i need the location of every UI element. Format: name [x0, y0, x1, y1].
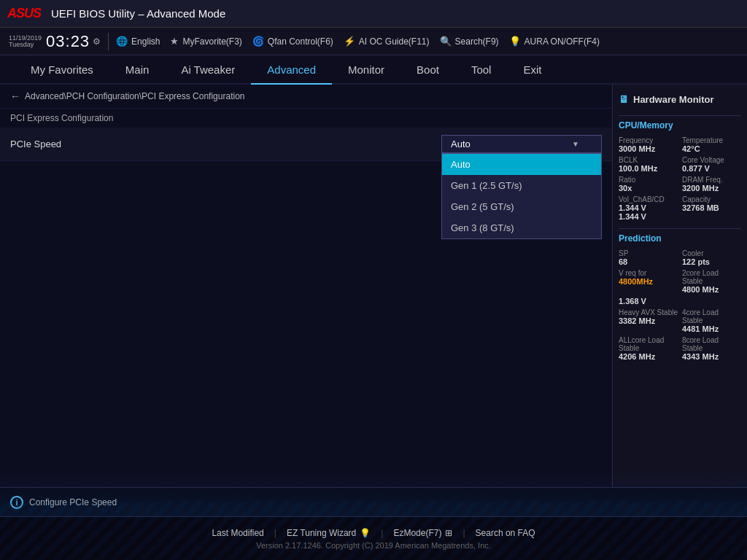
tab-main[interactable]: Main	[109, 55, 166, 85]
info-divider	[108, 33, 109, 50]
panel-divider-2	[619, 228, 741, 229]
allcore-load-stat: ALLcore Load Stable 4206 MHz	[619, 336, 678, 361]
dram-freq-value: 3200 MHz	[682, 184, 741, 192]
breadcrumb: ← Advanced\PCH Configuration\PCI Express…	[0, 85, 612, 109]
frequency-value: 3000 MHz	[619, 144, 678, 153]
footer-last-modified[interactable]: Last Modified	[201, 528, 274, 538]
settings-gear-icon[interactable]: ⚙	[93, 36, 101, 47]
back-arrow-icon[interactable]: ←	[10, 90, 20, 102]
8core-load-value: 4343 MHz	[682, 352, 741, 361]
temperature-label: Temperature	[682, 136, 741, 144]
myfavorite-label: MyFavorite(F3)	[182, 36, 241, 47]
panel-title: 🖥 Hardware Monitor	[619, 90, 741, 111]
footer-links: Last Modified | EZ Tuning Wizard 💡 | EzM…	[201, 528, 545, 538]
search-btn[interactable]: 🔍 Search(F9)	[440, 36, 499, 47]
bios-title: UEFI BIOS Utility – Advanced Mode	[51, 7, 740, 20]
vol-chab-value: 1.344 V1.344 V	[619, 203, 678, 221]
nav-tabs: My Favorites Main Ai Tweaker Advanced Mo…	[0, 55, 747, 85]
status-bar: i Configure PCIe Speed	[0, 487, 747, 516]
header-bar: ASUS UEFI BIOS Utility – Advanced Mode	[0, 0, 747, 28]
tab-advanced[interactable]: Advanced	[251, 55, 332, 85]
2core-load-stat: 2core Load Stable 4800 MHz	[682, 269, 741, 294]
search-faq-label: Search on FAQ	[476, 528, 535, 538]
info-bar: 11/19/2019 Tuesday 03:23 ⚙ 🌐 English ★ M…	[0, 28, 747, 55]
frequency-label: Frequency	[619, 136, 678, 144]
4core-load-value: 4481 MHz	[682, 324, 741, 333]
cpu-memory-section: CPU/Memory Frequency 3000 MHz Temperatur…	[619, 120, 741, 221]
cooler-value: 122 pts	[682, 257, 741, 266]
dropdown-option-gen1[interactable]: Gen 1 (2.5 GT/s)	[442, 175, 601, 196]
tab-monitor[interactable]: Monitor	[332, 55, 400, 85]
footer-ezmode[interactable]: EzMode(F7) ⊞	[383, 528, 462, 538]
section-title: PCI Express Configuration	[0, 109, 612, 128]
ratio-value: 30x	[619, 184, 678, 192]
footer-search-faq[interactable]: Search on FAQ	[465, 528, 546, 538]
aura-icon: 💡	[509, 36, 521, 47]
ratio-label: Ratio	[619, 176, 678, 184]
temperature-value: 42°C	[682, 144, 741, 153]
dropdown-menu: Auto Gen 1 (2.5 GT/s) Gen 2 (5 GT/s) Gen…	[441, 153, 602, 239]
ai-oc-label: AI OC Guide(F11)	[359, 36, 430, 47]
2core-load-value: 4800 MHz	[682, 285, 741, 294]
aura-label: AURA ON/OFF(F4)	[525, 36, 600, 47]
aura-btn[interactable]: 💡 AURA ON/OFF(F4)	[509, 36, 600, 47]
myfavorite-btn[interactable]: ★ MyFavorite(F3)	[170, 36, 241, 47]
allcore-load-value: 4206 MHz	[619, 352, 678, 361]
lightning-icon: ⚡	[344, 36, 355, 47]
vol-chab-stat: Vol_ChAB/CD 1.344 V1.344 V	[619, 195, 678, 221]
search-label: Search(F9)	[455, 36, 499, 47]
bclk-stat: BCLK 100.0 MHz	[619, 156, 678, 173]
8core-load-label: 8core Load Stable	[682, 336, 741, 352]
heavy-avx-label: Heavy AVX Stable	[619, 308, 678, 316]
breadcrumb-path: Advanced\PCH Configuration\PCI Express C…	[25, 91, 245, 101]
content-area: ← Advanced\PCH Configuration\PCI Express…	[0, 85, 612, 487]
v-req-detail-value: 1.368 V	[619, 297, 741, 306]
cooler-stat: Cooler 122 pts	[682, 249, 741, 266]
footer-ez-tuning[interactable]: EZ Tuning Wizard 💡	[276, 528, 381, 538]
language-label: English	[131, 36, 160, 47]
prediction-stat-grid: SP 68 Cooler 122 pts V req for 4800MHz 2…	[619, 249, 741, 294]
qfan-btn[interactable]: 🌀 Qfan Control(F6)	[252, 36, 333, 47]
8core-load-stat: 8core Load Stable 4343 MHz	[682, 336, 741, 361]
core-voltage-label: Core Voltage	[682, 156, 741, 164]
prediction-title: Prediction	[619, 233, 741, 245]
time-display: 03:23 ⚙	[46, 32, 101, 51]
right-panel: 🖥 Hardware Monitor CPU/Memory Frequency …	[612, 85, 747, 487]
dropdown-option-gen3[interactable]: Gen 3 (8 GT/s)	[442, 217, 601, 238]
tab-ai-tweaker[interactable]: Ai Tweaker	[165, 55, 251, 85]
dropdown-button[interactable]: Auto ▼	[441, 135, 602, 153]
datetime-display: 11/19/2019 Tuesday	[9, 35, 42, 48]
heavy-avx-value: 3382 MHz	[619, 316, 678, 325]
ez-tuning-icon: 💡	[360, 528, 371, 538]
capacity-value: 32768 MB	[682, 203, 741, 212]
capacity-stat: Capacity 32768 MB	[682, 195, 741, 221]
ai-oc-btn[interactable]: ⚡ AI OC Guide(F11)	[344, 36, 430, 47]
tab-exit[interactable]: Exit	[507, 55, 557, 85]
tab-my-favorites[interactable]: My Favorites	[15, 55, 109, 85]
chevron-down-icon: ▼	[572, 140, 579, 148]
search-icon: 🔍	[440, 36, 452, 47]
dropdown-option-gen2[interactable]: Gen 2 (5 GT/s)	[442, 196, 601, 217]
tab-tool[interactable]: Tool	[455, 55, 508, 85]
pcie-speed-dropdown[interactable]: Auto ▼ Auto Gen 1 (2.5 GT/s) Gen 2 (5 GT…	[441, 135, 602, 153]
dropdown-option-auto[interactable]: Auto	[442, 154, 601, 175]
qfan-label: Qfan Control(F6)	[268, 36, 333, 47]
pcie-speed-row: PCIe Speed Auto ▼ Auto Gen 1 (2.5 GT/s) …	[0, 128, 612, 161]
core-voltage-stat: Core Voltage 0.877 V	[682, 156, 741, 173]
star-icon: ★	[170, 36, 179, 47]
copyright-text: Version 2.17.1246. Copyright (C) 2019 Am…	[256, 541, 491, 550]
bclk-value: 100.0 MHz	[619, 164, 678, 173]
fan-icon: 🌀	[252, 36, 264, 47]
pcie-speed-value: Auto ▼ Auto Gen 1 (2.5 GT/s) Gen 2 (5 GT…	[441, 135, 602, 153]
globe-icon: 🌐	[116, 36, 128, 47]
bclk-label: BCLK	[619, 156, 678, 164]
asus-logo: ASUS	[7, 6, 41, 21]
4core-load-label: 4core Load Stable	[682, 308, 741, 324]
time-text: 03:23	[46, 32, 90, 51]
dram-freq-label: DRAM Freq.	[682, 176, 741, 184]
tab-boot[interactable]: Boot	[400, 55, 455, 85]
4core-load-stat: 4core Load Stable 4481 MHz	[682, 308, 741, 333]
language-selector[interactable]: 🌐 English	[116, 36, 160, 47]
ezmode-label: EzMode(F7)	[393, 528, 441, 538]
prediction-stat-grid-2: Heavy AVX Stable 3382 MHz 4core Load Sta…	[619, 308, 741, 361]
